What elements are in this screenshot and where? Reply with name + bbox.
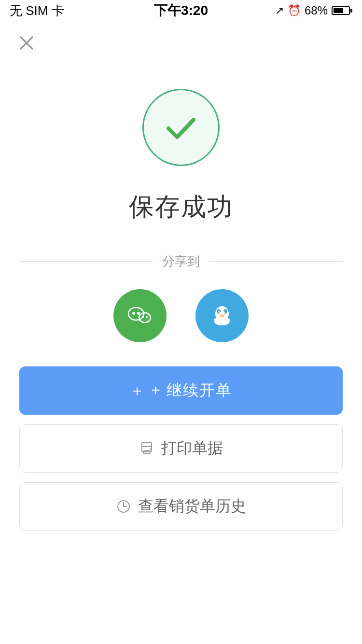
action-buttons: ＋ + 继续开单 打印单据 [19, 366, 343, 531]
main-content: 保存成功 分享到 [0, 65, 362, 644]
share-label: 分享到 [153, 253, 209, 270]
svg-point-22 [150, 448, 151, 450]
svg-point-6 [142, 316, 144, 318]
svg-point-7 [146, 316, 148, 318]
success-title: 保存成功 [129, 190, 233, 224]
status-left: 无 SIM 卡 [10, 2, 68, 19]
status-bar: 无 SIM 卡 下午3:20 ↗ ⏰ 68% [0, 0, 362, 21]
location-icon: ↗ [275, 4, 284, 17]
share-section: 分享到 [19, 253, 343, 342]
share-divider: 分享到 [19, 253, 343, 270]
no-sim-text: 无 SIM 卡 [10, 2, 64, 19]
close-area [0, 21, 362, 65]
print-label: 打印单据 [161, 438, 223, 459]
print-icon [139, 441, 154, 456]
print-button[interactable]: 打印单据 [19, 424, 343, 473]
svg-point-15 [220, 314, 224, 317]
plus-icon: ＋ [130, 381, 144, 401]
battery-icon [332, 6, 352, 15]
success-icon-circle [142, 89, 220, 166]
status-right: ↗ ⏰ 68% [275, 4, 352, 17]
continue-label: + 继续开单 [151, 380, 232, 401]
history-label: 查看销货单历史 [138, 496, 246, 517]
svg-point-5 [139, 313, 151, 322]
qq-share-button[interactable] [195, 289, 249, 342]
continue-button[interactable]: ＋ + 继续开单 [19, 366, 343, 415]
svg-point-4 [137, 312, 140, 315]
alarm-icon: ⏰ [288, 4, 301, 17]
history-icon [116, 499, 131, 514]
history-button[interactable]: 查看销货单历史 [19, 482, 343, 531]
svg-point-13 [220, 311, 221, 312]
wechat-share-button[interactable] [113, 289, 167, 342]
share-icons [19, 289, 343, 342]
close-button[interactable] [14, 31, 39, 55]
svg-point-3 [132, 312, 135, 315]
battery-percent: 68% [305, 4, 328, 17]
svg-point-14 [224, 311, 225, 312]
status-time: 下午3:20 [154, 1, 208, 20]
